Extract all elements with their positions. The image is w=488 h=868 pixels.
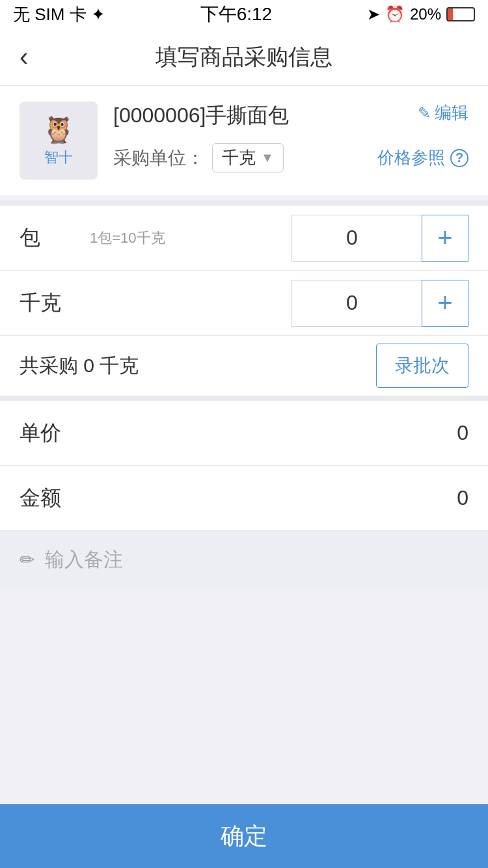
unit-select[interactable]: 千克 ▼ bbox=[212, 143, 284, 172]
unit-arrow-icon: ▼ bbox=[261, 150, 274, 165]
bag-sub-label: 1包=10千克 bbox=[90, 228, 165, 248]
summary-text: 共采购 0 千克 bbox=[20, 353, 363, 379]
kg-input-group: + bbox=[291, 280, 468, 327]
back-button[interactable]: ‹ bbox=[20, 42, 41, 72]
status-time: 下午6:12 bbox=[200, 2, 273, 27]
bag-plus-button[interactable]: + bbox=[422, 215, 468, 262]
amount-value: 0 bbox=[457, 486, 468, 510]
battery-icon bbox=[446, 7, 475, 21]
summary-row: 共采购 0 千克 录批次 bbox=[0, 336, 488, 401]
bag-input-group: + bbox=[291, 215, 468, 262]
kg-row: 千克 + bbox=[0, 271, 488, 336]
unit-price-value: 0 bbox=[457, 421, 468, 445]
status-left: 无 SIM 卡 ✦ bbox=[13, 3, 105, 26]
unit-price-row: 单价 0 bbox=[0, 401, 488, 466]
alarm-icon: ⏰ bbox=[385, 5, 405, 23]
price-ref-icon: ? bbox=[450, 149, 468, 167]
amount-label: 金额 bbox=[20, 484, 457, 513]
status-right: ➤ ⏰ 20% bbox=[367, 5, 475, 23]
confirm-button[interactable]: 确定 bbox=[0, 804, 488, 868]
price-ref-label: 价格参照 bbox=[377, 146, 445, 169]
empty-space bbox=[0, 589, 488, 804]
product-info: [0000006]手撕面包 ✎ 编辑 采购单位： 千克 ▼ 价格参照 ? bbox=[113, 102, 468, 172]
summary-amount: 0 bbox=[83, 355, 94, 376]
note-section[interactable]: ✏ 输入备注 bbox=[0, 531, 488, 589]
form-section: 包 1包=10千克 + 千克 + bbox=[0, 206, 488, 336]
page-title: 填写商品采购信息 bbox=[156, 42, 332, 72]
unit-price-label: 单价 bbox=[20, 419, 457, 448]
section-divider-1 bbox=[0, 200, 488, 206]
edit-icon: ✎ bbox=[418, 104, 431, 122]
status-bar: 无 SIM 卡 ✦ 下午6:12 ➤ ⏰ 20% bbox=[0, 0, 488, 29]
unit-label: 采购单位： bbox=[113, 146, 204, 170]
bag-quantity-input[interactable] bbox=[291, 215, 422, 262]
product-unit-row: 采购单位： 千克 ▼ 价格参照 ? bbox=[113, 143, 468, 172]
note-input[interactable]: 输入备注 bbox=[45, 547, 123, 573]
price-section: 单价 0 金额 0 bbox=[0, 401, 488, 531]
sim-status: 无 SIM 卡 ✦ bbox=[13, 3, 105, 26]
note-icon: ✏ bbox=[20, 549, 34, 571]
bag-row: 包 1包=10千克 + bbox=[0, 206, 488, 271]
product-thumbnail: 🦉 智十 bbox=[20, 102, 98, 180]
edit-label: 编辑 bbox=[435, 102, 468, 124]
edit-button[interactable]: ✎ 编辑 bbox=[418, 102, 468, 124]
thumbnail-label: 智十 bbox=[44, 148, 73, 167]
battery-percent: 20% bbox=[410, 5, 441, 23]
product-name: [0000006]手撕面包 bbox=[113, 102, 289, 130]
price-ref-button[interactable]: 价格参照 ? bbox=[377, 146, 468, 169]
kg-label: 千克 bbox=[20, 289, 85, 318]
batch-button[interactable]: 录批次 bbox=[376, 344, 468, 388]
amount-row: 金额 0 bbox=[0, 466, 488, 531]
kg-quantity-input[interactable] bbox=[291, 280, 422, 327]
unit-value: 千克 bbox=[222, 146, 256, 169]
bag-label: 包 bbox=[20, 224, 85, 252]
product-card: 🦉 智十 [0000006]手撕面包 ✎ 编辑 采购单位： 千克 ▼ bbox=[0, 86, 488, 200]
owl-icon: 🦉 bbox=[42, 115, 75, 145]
kg-plus-button[interactable]: + bbox=[422, 280, 468, 327]
location-icon: ➤ bbox=[367, 5, 380, 23]
nav-bar: ‹ 填写商品采购信息 bbox=[0, 29, 488, 86]
product-header: [0000006]手撕面包 ✎ 编辑 bbox=[113, 102, 468, 130]
